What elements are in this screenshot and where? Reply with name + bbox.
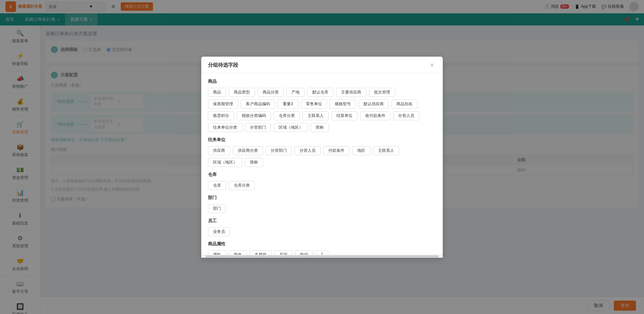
field-tag[interactable]: 收付款条件: [360, 111, 390, 120]
field-tag[interactable]: 保质期管理: [208, 100, 238, 109]
field-tag[interactable]: 产地: [286, 88, 305, 97]
modal: 分组待选字段 × 商品 商品 商品类型 商品分类 产地 默认仓库 主要供应商 批…: [201, 57, 443, 258]
field-tags-goods-attr: 属性 颜色 多规格 尺码 鞋码 1: [208, 250, 436, 255]
field-tags-dept: 部门: [208, 204, 436, 213]
field-tags-goods-2: 保质期管理 客户商品编码 重量3 零售单位 规格型号 默认供应商 商品别名: [208, 100, 436, 109]
field-tag[interactable]: 部门: [208, 204, 226, 213]
group-title-warehouse: 仓库: [208, 172, 436, 178]
group-title-partner: 往来单位: [208, 137, 436, 143]
group-title-goods: 商品: [208, 78, 436, 84]
field-tag[interactable]: 结算单位: [331, 111, 358, 120]
group-title-goods-attr: 商品属性: [208, 241, 436, 247]
field-tag[interactable]: 零售单位: [301, 100, 327, 109]
field-tag[interactable]: 简称: [245, 158, 263, 167]
field-tag[interactable]: 默认供应商: [359, 100, 389, 109]
field-tag[interactable]: 炼货积分: [208, 111, 234, 120]
field-tag[interactable]: 主要供应商: [336, 88, 366, 97]
field-tag[interactable]: 主联系人: [303, 111, 329, 120]
field-tag[interactable]: 鞋码: [295, 250, 313, 255]
group-title-staff: 员工: [208, 218, 436, 224]
field-tag[interactable]: 规格型号: [330, 100, 356, 109]
field-tag[interactable]: 颜色: [229, 250, 247, 255]
field-tag[interactable]: 仓库分类: [229, 181, 255, 190]
field-tag[interactable]: 业务员: [208, 227, 230, 236]
field-tag[interactable]: 重量3: [278, 100, 298, 109]
modal-hscroll[interactable]: [201, 255, 443, 258]
field-tag[interactable]: 地区: [352, 146, 370, 155]
field-tag[interactable]: 尺码: [274, 250, 292, 255]
field-tag[interactable]: 仓库分类: [274, 111, 300, 120]
field-tag[interactable]: 简称: [311, 123, 329, 132]
field-tags-staff: 业务员: [208, 227, 436, 236]
field-tag[interactable]: 商品别名: [391, 100, 418, 109]
modal-body[interactable]: 商品 商品 商品类型 商品分类 产地 默认仓库 主要供应商 批次管理 保质期管理…: [201, 73, 443, 255]
field-tag[interactable]: 仓库: [208, 181, 226, 190]
field-tag[interactable]: 默认仓库: [307, 88, 333, 97]
field-tag[interactable]: 付款条件: [323, 146, 350, 155]
field-tag[interactable]: 客户商品编码: [241, 100, 275, 109]
field-tag[interactable]: 分管人员: [294, 146, 321, 155]
field-tag[interactable]: 供应商分类: [233, 146, 263, 155]
field-tags-partner: 供应商 供应商分类 分管部门 分管人员 付款条件 地区 主联系人: [208, 146, 436, 155]
field-tags-warehouse: 仓库 仓库分类: [208, 181, 436, 190]
field-tags-partner-2: 区域（地区） 简称: [208, 158, 436, 167]
field-tag[interactable]: 分管部门: [266, 146, 292, 155]
modal-overlay: 分组待选字段 × 商品 商品 商品类型 商品分类 产地 默认仓库 主要供应商 批…: [0, 0, 644, 314]
field-tag[interactable]: 1: [316, 250, 328, 255]
field-tag[interactable]: 供应商: [208, 146, 230, 155]
field-tag[interactable]: 分管部门: [245, 123, 271, 132]
field-tags-goods: 商品 商品类型 商品分类 产地 默认仓库 主要供应商 批次管理: [208, 88, 436, 97]
field-tag[interactable]: 往来单位分类: [208, 123, 242, 132]
field-tag[interactable]: 多规格: [250, 250, 272, 255]
modal-header: 分组待选字段 ×: [201, 57, 443, 73]
field-tags-goods-3: 炼货积分 税收分类编码 仓库分类 主联系人 结算单位 收付款条件 分管人员: [208, 111, 436, 120]
field-tag[interactable]: 商品类型: [229, 88, 255, 97]
field-tag[interactable]: 区域（地区）: [274, 123, 308, 132]
field-tag[interactable]: 分管人员: [393, 111, 419, 120]
field-tag[interactable]: 主联系人: [373, 146, 399, 155]
modal-title: 分组待选字段: [208, 62, 238, 68]
field-tag[interactable]: 税收分类编码: [237, 111, 271, 120]
modal-close-btn[interactable]: ×: [428, 61, 436, 69]
field-tag[interactable]: 属性: [208, 250, 226, 255]
field-tag[interactable]: 商品分类: [258, 88, 284, 97]
field-tags-goods-4: 往来单位分类 分管部门 区域（地区） 简称: [208, 123, 436, 132]
field-tag[interactable]: 区域（地区）: [208, 158, 242, 167]
field-tag[interactable]: 商品: [208, 88, 226, 97]
field-tag[interactable]: 批次管理: [369, 88, 395, 97]
group-title-dept: 部门: [208, 195, 436, 201]
